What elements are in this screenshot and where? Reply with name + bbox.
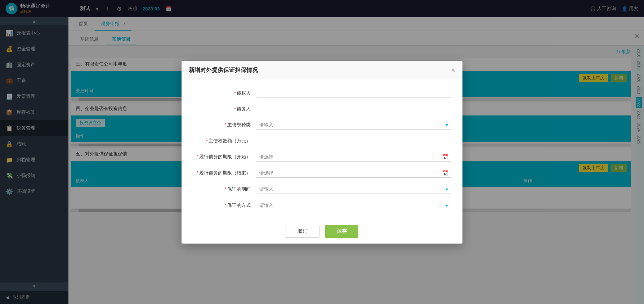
- label-debt-start: *履行债务的期限（开始）: [193, 154, 251, 160]
- form-row-guarantee-method: *保证的方式 ▾: [193, 201, 451, 210]
- label-guarantee-period: *保证的期间: [193, 186, 251, 192]
- select-claim-type[interactable]: ▾: [256, 121, 451, 130]
- guarantee-method-dropdown-icon: ▾: [446, 203, 448, 208]
- date-debt-start-input[interactable]: [259, 154, 442, 159]
- date-debt-start[interactable]: 📅: [256, 153, 451, 162]
- dialog-overlay: 新增对外提供保证担保情况 × *债权人 *债务人 *: [0, 0, 644, 304]
- dialog-footer: 取消 保存: [182, 219, 462, 244]
- dialog: 新增对外提供保证担保情况 × *债权人 *债务人 *: [182, 61, 462, 244]
- date-start-calendar-icon: 📅: [442, 154, 448, 160]
- form-row-creditor: *债权人: [193, 89, 451, 97]
- input-claim-amount[interactable]: [256, 137, 451, 145]
- required-star-3: *: [225, 122, 227, 127]
- label-claim-type: *主债权种类: [193, 122, 251, 128]
- required-star: *: [234, 90, 236, 96]
- label-guarantee-method: *保证的方式: [193, 202, 251, 209]
- label-debtor: *债务人: [193, 106, 251, 112]
- input-creditor[interactable]: [256, 89, 451, 97]
- required-star-5: *: [197, 154, 198, 159]
- form-row-debt-start: *履行债务的期限（开始） 📅: [193, 153, 451, 162]
- date-end-calendar-icon: 📅: [442, 170, 448, 176]
- form-row-debtor: *债务人: [193, 105, 451, 113]
- dialog-close-button[interactable]: ×: [451, 67, 455, 74]
- select-claim-type-input[interactable]: [259, 122, 446, 127]
- required-star-7: *: [225, 186, 227, 192]
- required-star-2: *: [234, 106, 236, 112]
- select-guarantee-period[interactable]: ▾: [256, 185, 451, 194]
- select-guarantee-method[interactable]: ▾: [256, 201, 451, 210]
- dialog-body: *债权人 *债务人 *主债权种类 ▾: [182, 80, 462, 219]
- select-guarantee-period-input[interactable]: [259, 186, 446, 192]
- date-debt-end[interactable]: 📅: [256, 169, 451, 178]
- form-row-debt-end: *履行债务的期限（结束） 📅: [193, 169, 451, 178]
- claim-type-dropdown-icon: ▾: [446, 122, 448, 128]
- form-row-claim-amount: *主债权数额（万元）: [193, 137, 451, 145]
- required-star-6: *: [197, 170, 198, 176]
- select-guarantee-method-input[interactable]: [259, 203, 446, 208]
- dialog-title: 新增对外提供保证担保情况: [189, 67, 258, 74]
- cancel-button[interactable]: 取消: [286, 225, 319, 238]
- form-row-claim-type: *主债权种类 ▾: [193, 121, 451, 130]
- label-debt-end: *履行债务的期限（结束）: [193, 170, 251, 176]
- save-button[interactable]: 保存: [325, 225, 358, 238]
- required-star-8: *: [225, 203, 227, 208]
- input-debtor[interactable]: [256, 105, 451, 113]
- guarantee-period-dropdown-icon: ▾: [446, 186, 448, 192]
- dialog-header: 新增对外提供保证担保情况 ×: [182, 61, 462, 80]
- required-star-4: *: [206, 138, 208, 144]
- label-creditor: *债权人: [193, 90, 251, 96]
- form-row-guarantee-period: *保证的期间 ▾: [193, 185, 451, 194]
- label-claim-amount: *主债权数额（万元）: [193, 138, 251, 144]
- date-debt-end-input[interactable]: [259, 170, 442, 176]
